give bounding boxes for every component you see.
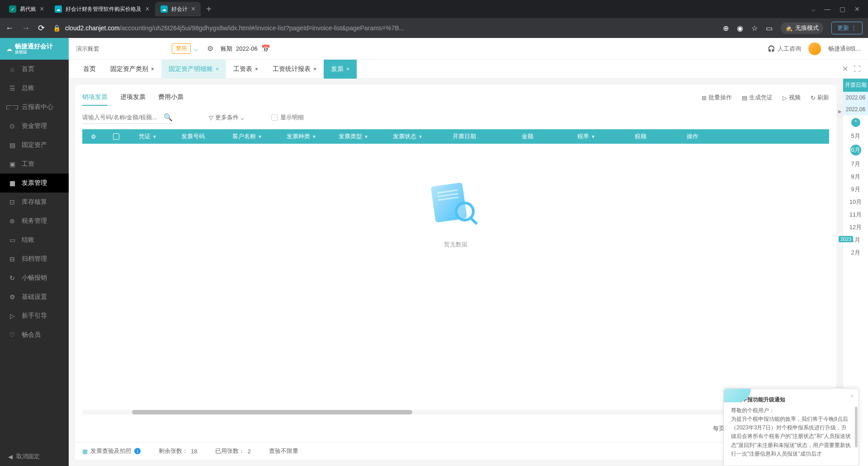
th-invoice-type[interactable]: 发票类型▼: [326, 132, 381, 141]
update-button[interactable]: 更新 ⋮: [831, 22, 863, 34]
tab-close-2[interactable]: ×: [191, 5, 195, 13]
date-month-12[interactable]: 12月: [843, 221, 868, 234]
incognito-badge[interactable]: 🕵 无痕模式: [781, 22, 823, 34]
filter-icon[interactable]: ▼: [152, 134, 157, 139]
page-tab-invoice[interactable]: 发票×: [324, 60, 357, 79]
close-icon[interactable]: ×: [151, 66, 154, 72]
page-tab-asset-category[interactable]: 固定资产类别×: [103, 60, 161, 79]
date-month-10[interactable]: 10月: [843, 196, 868, 208]
maximize-icon[interactable]: ▢: [840, 5, 845, 13]
close-icon[interactable]: ×: [216, 66, 219, 72]
action-batch[interactable]: ⊞批量操作: [702, 94, 732, 102]
date-year-from[interactable]: 2022.06: [843, 92, 868, 104]
horizontal-scrollbar[interactable]: [82, 410, 829, 414]
date-month-5[interactable]: 5月: [843, 130, 868, 142]
sidebar-unpin[interactable]: ◀ 取消固定: [0, 447, 69, 466]
filter-icon[interactable]: ▼: [591, 134, 595, 139]
th-settings[interactable]: ⚙: [82, 133, 105, 140]
sub-tab-expense-receipt[interactable]: 费用小票: [158, 89, 184, 106]
sidebar-item-settings[interactable]: ⚙基础设置: [0, 287, 69, 306]
close-window-icon[interactable]: ✕: [854, 5, 860, 13]
sub-tab-sales-invoice[interactable]: 销项发票: [82, 89, 108, 106]
th-invoice-kind[interactable]: 发票种类▼: [277, 132, 326, 141]
sidebar-item-ledger[interactable]: ☰总账: [0, 79, 69, 98]
reload-button[interactable]: ⟳: [38, 23, 45, 33]
sidebar-item-guide[interactable]: ▷新手引导: [0, 306, 69, 325]
sidebar-item-archive[interactable]: ⊟归档管理: [0, 249, 69, 268]
calendar-icon[interactable]: 📅: [261, 44, 270, 53]
filter-icon[interactable]: ▼: [258, 134, 262, 139]
close-icon[interactable]: ×: [255, 66, 258, 72]
sidebar-item-reports[interactable]: ⫍⫎云报表中心: [0, 98, 69, 117]
extensions-icon[interactable]: ◉: [737, 24, 743, 33]
date-panel-collapse-icon[interactable]: ▶: [837, 104, 843, 118]
browser-tab-1[interactable]: ☁ 好会计财务管理软件购买价格及 ×: [49, 2, 155, 16]
th-tax-rate[interactable]: 税率▼: [561, 132, 611, 141]
search-input[interactable]: [82, 111, 173, 124]
search-icon[interactable]: 🔍: [164, 113, 173, 122]
page-tab-asset-detail[interactable]: 固定资产明细账×: [161, 60, 226, 79]
sidebar-item-tax[interactable]: ⊜税务管理: [0, 212, 69, 231]
page-tab-salary-stats[interactable]: 工资统计报表×: [265, 60, 324, 79]
show-detail-toggle[interactable]: 显示明细: [271, 113, 304, 122]
sidebar-item-inventory[interactable]: ⊡库存核算: [0, 193, 69, 212]
scroll-up-icon[interactable]: ⌃: [851, 118, 860, 127]
bookmark-icon[interactable]: ☆: [751, 24, 758, 33]
zoom-icon[interactable]: ⊕: [723, 24, 729, 33]
checkbox-icon[interactable]: [113, 133, 119, 140]
tab-close-1[interactable]: ×: [145, 5, 149, 13]
account-dropdown-icon[interactable]: ⌵: [193, 44, 198, 53]
browser-tab-0[interactable]: ✓ 易代账 ×: [4, 2, 49, 16]
account-name[interactable]: 演示账套: [76, 45, 99, 53]
date-month-6[interactable]: 6月: [843, 142, 868, 158]
fullscreen-icon[interactable]: ⛶: [854, 65, 861, 73]
date-month-2[interactable]: 2月: [843, 246, 868, 259]
settings-gear-icon[interactable]: ⚙: [207, 44, 213, 53]
info-icon[interactable]: i: [134, 448, 141, 454]
sidebar-item-home[interactable]: ⌂首页: [0, 60, 69, 79]
filter-icon[interactable]: ▼: [418, 134, 423, 139]
close-all-tabs-icon[interactable]: ✕: [842, 65, 848, 73]
sidebar-item-expense[interactable]: ↻小畅报销: [0, 268, 69, 287]
browser-tab-2[interactable]: ☁ 好会计 ×: [155, 2, 201, 16]
app-logo[interactable]: ☁ 畅捷通好会计 旗舰版: [0, 38, 69, 60]
back-button[interactable]: ←: [5, 24, 14, 33]
page-tab-home[interactable]: 首页: [76, 60, 103, 79]
date-month-9[interactable]: 9月: [843, 183, 868, 196]
checkbox-icon[interactable]: [271, 114, 278, 121]
close-icon[interactable]: ×: [346, 66, 349, 72]
user-avatar[interactable]: [808, 42, 821, 55]
sub-tab-purchase-invoice[interactable]: 进项发票: [120, 89, 146, 106]
filter-icon[interactable]: ▼: [364, 134, 368, 139]
tab-close-0[interactable]: ×: [40, 5, 44, 13]
date-month-7[interactable]: 7月: [843, 158, 868, 170]
th-invoice-status[interactable]: 发票状态▼: [381, 132, 435, 141]
action-video[interactable]: ▷视频: [783, 94, 801, 102]
sidebar-item-member[interactable]: ♡畅会员: [0, 325, 69, 344]
page-tab-salary-sheet[interactable]: 工资表×: [226, 60, 265, 79]
date-month-8[interactable]: 8月: [843, 170, 868, 183]
notification-close-icon[interactable]: ×: [850, 392, 854, 400]
minimize-icon[interactable]: —: [824, 5, 830, 13]
date-month-11[interactable]: 11月: [843, 208, 868, 221]
more-conditions-button[interactable]: ▽ 更多条件 ⌵: [209, 113, 244, 122]
support-link[interactable]: 🎧 人工咨询: [768, 45, 801, 53]
chevron-down-icon[interactable]: ⌵: [811, 5, 815, 13]
footer-check[interactable]: ▦ 发票查验及拍照 i: [82, 447, 141, 455]
address-bar[interactable]: 🔒 cloud2.chanjet.com /accounting/uh26t26…: [53, 24, 715, 32]
profile-icon[interactable]: ▭: [766, 24, 773, 33]
sidebar-item-assets[interactable]: ▤固定资产: [0, 136, 69, 155]
action-generate-voucher[interactable]: ▤生成凭证: [742, 94, 773, 102]
sidebar-item-closing[interactable]: ▭结账: [0, 231, 69, 249]
date-year-to[interactable]: 2022.06: [843, 104, 868, 115]
sidebar-item-funds[interactable]: ⊙资金管理: [0, 117, 69, 136]
notification-scrollbar[interactable]: [855, 407, 858, 447]
th-checkbox[interactable]: [105, 133, 127, 140]
action-refresh[interactable]: ↻刷新: [811, 94, 829, 102]
forward-button[interactable]: →: [22, 24, 30, 33]
new-tab-button[interactable]: +: [201, 4, 217, 14]
scrollbar-thumb[interactable]: [132, 410, 412, 414]
sidebar-item-invoice[interactable]: ▦发票管理: [0, 174, 69, 193]
th-customer[interactable]: 客户名称▼: [218, 132, 277, 141]
sidebar-item-salary[interactable]: ▣工资: [0, 155, 69, 174]
